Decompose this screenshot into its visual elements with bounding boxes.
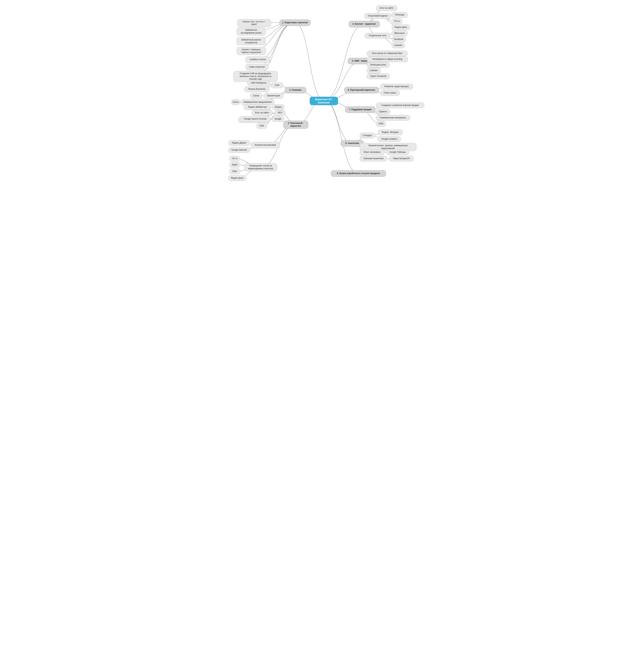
node-n38: VC.ru xyxy=(392,18,402,24)
node-n3: Кабинетное исследование рынка xyxy=(236,27,266,35)
node-n27: Яндекс.Директ xyxy=(228,140,250,146)
node-n9: 2. Упаковка xyxy=(285,87,306,93)
node-n48: LinkedIn xyxy=(367,68,381,74)
node-n17: 3. Поисковый - маркетинг xyxy=(284,121,308,129)
node-n43: LinkedIn xyxy=(392,42,405,48)
node-n60: Яндекс. Метрика xyxy=(378,129,403,135)
node-n54: Создание и развитие воронки продаж xyxy=(376,103,424,108)
node-n35: Блог на сайте xyxy=(376,5,397,11)
node-n28: Google Adwords xyxy=(228,147,250,153)
node-n22: Google xyxy=(272,116,284,122)
mindmap-container: Маркетинг ИТ-компании1. Подготовка страт… xyxy=(224,0,420,204)
node-n55: Скрипты xyxy=(376,109,390,115)
node-n4: Кабинетный анализ конкурентов xyxy=(236,37,266,45)
node-n57: CRM xyxy=(376,121,386,127)
node-n11: CMS Wordpress xyxy=(247,80,270,86)
node-n23: Google Search Console xyxy=(240,116,271,122)
node-n46: Нетворкинги в сфере eLerning xyxy=(367,57,408,62)
node-n42: Facebook xyxy=(392,36,406,42)
node-n65: Сквозная аналитика xyxy=(360,156,387,162)
node-n6: CastDev в полях xyxy=(245,57,270,63)
node-n40: Социальные сети xyxy=(365,33,391,38)
node-n13: Презентация xyxy=(264,93,284,99)
node-n47: Email-рассылка xyxy=(367,62,390,68)
node-n53: 7. Поддержка продаж xyxy=(345,106,375,113)
node-n29: Размещение статей на индексируемых порта… xyxy=(244,163,277,171)
node-n30: VC.ru xyxy=(229,156,240,162)
node-n50: 6. Партнерский маркетинг xyxy=(344,87,379,93)
node-n25: Яндекс.Вебмастер xyxy=(244,104,271,110)
node-n18: SEO xyxy=(275,110,286,116)
node-n56: Коммерческие материалы xyxy=(376,115,410,121)
node-n5: Анализ с помощью "тайного покупателя" xyxy=(236,47,266,55)
node-n16: Canva xyxy=(231,99,240,105)
node-n66: Через Битрикс24 xyxy=(389,156,414,162)
node-n1: 1. Подготовка стратегии xyxy=(280,19,311,26)
node-n39: Яндекс.Дзен xyxy=(392,24,410,30)
node-n31: Spark xyxy=(229,162,240,168)
node-n34: 4. Контент - маркетинг xyxy=(349,21,380,27)
node-n37: Телеграм xyxy=(392,12,408,18)
node-n61: Google Analytics xyxy=(378,136,401,142)
node-n2: Анализ того, что есть + SWAT xyxy=(237,19,271,27)
node-n52: Поиск новых xyxy=(380,90,400,96)
node-n12: Плагин Elementor xyxy=(244,86,270,92)
node-n63: Юнит-экономика xyxy=(360,149,385,155)
node-n59: Стандарт xyxy=(360,133,375,138)
node-n14: Canva xyxy=(250,93,262,99)
node-n26: Контекстная реклама xyxy=(251,142,280,148)
center-node: Маркетинг ИТ-компании xyxy=(310,97,338,105)
node-n67: 9. Запуск коробочного on-prem продукта xyxy=(331,170,386,177)
node-n10: Сайт xyxy=(271,83,284,88)
node-n51: Развитие существующих xyxy=(380,84,413,89)
node-n19: Блог на сайте xyxy=(251,110,273,116)
node-n64: Google Таблицы xyxy=(386,149,409,155)
node-n45: Колл-центр по собранной базе xyxy=(367,50,408,56)
node-n33: Яндекс.Дзен xyxy=(228,175,246,181)
node-n7: Сама стратегия xyxy=(245,64,269,70)
node-n36: Отраслевой журнал xyxy=(364,13,391,19)
node-n32: Habr xyxy=(229,169,240,174)
node-n41: ВКонтакте xyxy=(392,30,408,36)
node-n24: Яндекс xyxy=(273,104,285,110)
node-n49: Таргет Facebook xyxy=(367,74,390,79)
node-n21: CDN xyxy=(256,123,267,129)
